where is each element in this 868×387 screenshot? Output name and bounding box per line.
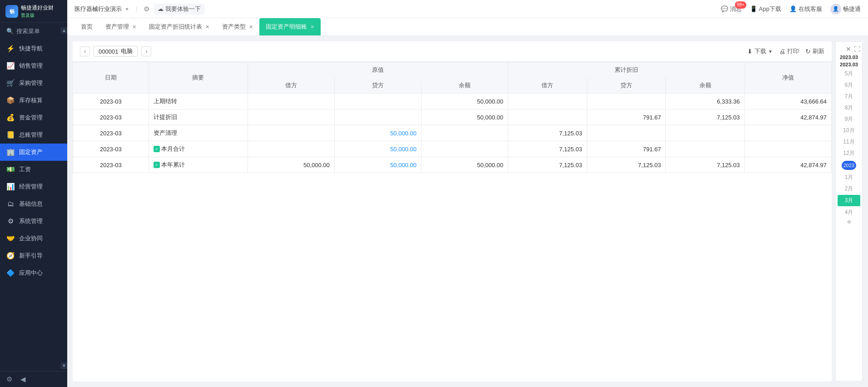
asset-nav: ‹ 000001 电脑 › ⬇ 下载 ▼ 🖨 <box>73 41 832 62</box>
asset-nav-actions: ⬇ 下载 ▼ 🖨 打印 ↻ 刷新 <box>747 47 824 55</box>
basic-info-icon: 🗂 <box>6 200 15 208</box>
app-download-icon: 📱 <box>750 5 757 12</box>
ledger-icon: 📒 <box>6 131 15 139</box>
timeline-month-item[interactable]: 3月 <box>838 195 860 206</box>
experience-button[interactable]: ☁ 我要体验一下 <box>154 4 204 15</box>
content-main: ‹ 000001 电脑 › ⬇ 下载 ▼ 🖨 <box>73 41 832 382</box>
cell-dep-debit <box>508 109 587 125</box>
sidebar-item-purchase[interactable]: 🛒 采购管理 <box>0 74 67 92</box>
cell-dep-credit <box>587 125 666 141</box>
main-area: 医疗器械行业演示 ▼ | ⚙ ☁ 我要体验一下 💬 消息 99+ 📱 App下载… <box>67 0 868 387</box>
sidebar: 畅 畅捷通好业财 普及版 🔍 搜索菜单 ▲ ⚡ 快捷导航 📈 销售管理 🛒 采购… <box>0 0 67 387</box>
quick-nav-icon: ⚡ <box>6 45 15 53</box>
topbar-separator: | <box>136 5 137 12</box>
tab-home[interactable]: 首页 <box>74 18 99 35</box>
col-dep-credit: 贷方 <box>587 78 666 94</box>
collapse-sidebar-icon[interactable]: ◀ <box>20 375 26 383</box>
logo-icon: 畅 <box>5 5 18 18</box>
topbar: 医疗器械行业演示 ▼ | ⚙ ☁ 我要体验一下 💬 消息 99+ 📱 App下载… <box>67 0 868 18</box>
download-button[interactable]: ⬇ 下载 ▼ <box>747 47 773 55</box>
timeline-month-item[interactable]: 10月 <box>836 125 862 136</box>
timeline-month-item[interactable]: 6月 <box>836 79 862 91</box>
sidebar-item-apps[interactable]: 🔷 应用中心 <box>0 264 67 282</box>
timeline-month-item[interactable]: 5月 <box>836 68 862 79</box>
asset-next-button[interactable]: › <box>141 46 151 56</box>
timeline-month-item[interactable]: 7月 <box>836 91 862 102</box>
cell-date: 2023-03 <box>73 141 149 157</box>
message-button[interactable]: 💬 消息 99+ <box>721 5 742 13</box>
sidebar-item-system[interactable]: ⚙ 系统管理 <box>0 213 67 230</box>
current-year-badge[interactable]: 2023 <box>842 161 856 170</box>
capital-icon: 💰 <box>6 114 15 122</box>
guide-icon: 🧭 <box>6 252 15 260</box>
panel-expand-button[interactable]: ⛶ <box>854 45 860 53</box>
refresh-button[interactable]: ↻ 刷新 <box>805 47 824 55</box>
cell-dep-debit: 7,125.03 <box>508 125 587 141</box>
settings-gear-icon[interactable]: ⚙ <box>144 5 149 13</box>
timeline-month-item[interactable]: 11月 <box>836 136 862 148</box>
apps-icon: 🔷 <box>6 269 15 277</box>
cell-orig-balance <box>421 141 508 157</box>
sidebar-search[interactable]: 🔍 搜索菜单 <box>0 23 67 40</box>
cell-summary: 上期结转 <box>149 94 248 109</box>
tag-summary: ✓ 本年累计 <box>154 161 185 169</box>
table-row: 2023-03 ✓ 本年累计 50,000.00 50,000.00 50,00… <box>73 157 832 173</box>
timeline-month-item[interactable]: 4月 <box>836 207 862 218</box>
asset-prev-button[interactable]: ‹ <box>80 46 90 56</box>
sidebar-bottom: ⚙ ◀ <box>0 371 67 387</box>
salary-icon: 💵 <box>6 165 15 174</box>
tab-asset-detail-close[interactable]: ✕ <box>310 24 314 30</box>
tab-depreciation-stats[interactable]: 固定资产折旧统计表 ✕ <box>143 18 216 35</box>
timeline-expand-button[interactable]: ⊕ <box>845 218 853 226</box>
sidebar-item-sales[interactable]: 📈 销售管理 <box>0 57 67 74</box>
app-download-button[interactable]: 📱 App下载 <box>750 5 781 13</box>
avatar: 👤 <box>830 4 841 15</box>
experience-cloud-icon: ☁ <box>158 5 164 12</box>
current-year-label: 2023 <box>843 163 854 168</box>
cell-dep-debit <box>508 94 587 109</box>
sidebar-item-salary[interactable]: 💵 工资 <box>0 161 67 178</box>
tab-asset-management[interactable]: 资产管理 ✕ <box>99 18 143 35</box>
inventory-icon: 📦 <box>6 96 15 104</box>
customer-service-button[interactable]: 👤 在线客服 <box>789 5 822 13</box>
sidebar-nav: ⚡ 快捷导航 📈 销售管理 🛒 采购管理 📦 库存核算 💰 资金管理 📒 总账管… <box>0 40 67 371</box>
experience-label: 我要体验一下 <box>165 5 201 13</box>
cell-date: 2023-03 <box>73 157 149 173</box>
sidebar-label-system: 系统管理 <box>19 217 43 225</box>
tab-asset-type-close[interactable]: ✕ <box>249 24 253 30</box>
sidebar-item-basic-info[interactable]: 🗂 基础信息 <box>0 195 67 213</box>
print-button[interactable]: 🖨 打印 <box>779 47 799 55</box>
cell-orig-credit: 50,000.00 <box>334 157 421 173</box>
company-dropdown-icon[interactable]: ▼ <box>124 6 129 12</box>
tab-asset-management-close[interactable]: ✕ <box>132 24 136 30</box>
sidebar-item-business[interactable]: 📊 经营管理 <box>0 178 67 195</box>
sidebar-item-capital[interactable]: 💰 资金管理 <box>0 109 67 126</box>
tab-asset-type[interactable]: 资产类型 ✕ <box>216 18 259 35</box>
col-dep-debit: 借方 <box>508 78 587 94</box>
tab-depreciation-stats-close[interactable]: ✕ <box>205 24 209 30</box>
sidebar-item-inventory[interactable]: 📦 库存核算 <box>0 92 67 109</box>
cell-orig-balance: 50,000.00 <box>421 109 508 125</box>
sidebar-scroll-down[interactable]: ▼ <box>61 362 67 369</box>
sidebar-item-ledger[interactable]: 📒 总账管理 <box>0 126 67 144</box>
sidebar-scroll-up[interactable]: ▲ <box>61 27 67 34</box>
sidebar-item-quick-nav[interactable]: ⚡ 快捷导航 <box>0 40 67 57</box>
business-icon: 📊 <box>6 183 15 191</box>
sidebar-item-enterprise[interactable]: 🤝 企业协同 <box>0 230 67 247</box>
sidebar-item-fixed-assets[interactable]: 🏢 固定资产 <box>0 144 67 161</box>
sidebar-item-guide[interactable]: 🧭 新手引导 <box>0 247 67 264</box>
sidebar-label-apps: 应用中心 <box>19 269 43 277</box>
timeline-month-item[interactable]: 1月 <box>836 172 862 183</box>
panel-close-button[interactable]: ✕ <box>846 45 851 53</box>
sidebar-label-fixed-assets: 固定资产 <box>19 148 43 156</box>
timeline-month-item[interactable]: 12月 <box>836 148 862 159</box>
print-label: 打印 <box>787 47 799 55</box>
timeline-month-item[interactable]: 9月 <box>836 114 862 125</box>
cell-orig-balance <box>421 125 508 141</box>
tab-asset-detail[interactable]: 固定资产明细账 ✕ <box>259 18 321 35</box>
user-menu[interactable]: 👤 畅捷通 <box>830 4 861 15</box>
timeline-month-item[interactable]: 2月 <box>836 183 862 194</box>
timeline-month-item[interactable]: 8月 <box>836 102 862 114</box>
settings-icon[interactable]: ⚙ <box>6 375 12 383</box>
col-original-value: 原值 <box>248 62 508 78</box>
